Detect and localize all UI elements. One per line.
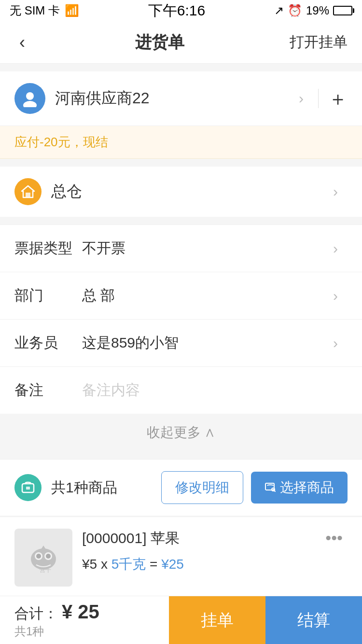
open-hang-button[interactable]: 打开挂单 xyxy=(290,32,348,52)
notice-bar: 应付-20元，现结 xyxy=(0,126,362,159)
svg-point-12 xyxy=(36,554,41,559)
svg-rect-3 xyxy=(26,193,30,197)
invoice-chevron-icon: › xyxy=(333,240,338,257)
section-gap-3 xyxy=(0,217,362,224)
warehouse-section: 总仓 › xyxy=(0,167,362,217)
status-right: ↗ ⏰ 19% xyxy=(274,4,352,17)
product-header: 共1种商品 修改明细 选择商品 xyxy=(0,459,362,516)
product-icon xyxy=(14,474,42,501)
supplier-chevron-icon: › xyxy=(299,90,304,107)
svg-text:营十: 营十 xyxy=(40,567,51,574)
bottom-bar: 合计： ¥ 25 共1种 挂单 结算 xyxy=(0,596,362,644)
product-more-button[interactable]: ••• xyxy=(320,529,348,547)
invoice-label: 票据类型 xyxy=(14,238,82,258)
total-label: 合计： xyxy=(14,604,58,624)
section-gap-4 xyxy=(0,451,362,459)
person-icon xyxy=(21,90,39,107)
staff-value: 这是859的小智 xyxy=(82,333,333,353)
dept-row[interactable]: 部门 总 部 › xyxy=(0,272,362,319)
product-placeholder-icon: 营十 xyxy=(27,541,60,574)
select-product-label: 选择商品 xyxy=(280,478,334,497)
edit-detail-button[interactable]: 修改明细 xyxy=(161,471,243,504)
checkout-button[interactable]: 结算 xyxy=(265,596,362,644)
collapse-button[interactable]: 收起更多 ∧ xyxy=(0,414,362,451)
supplier-avatar xyxy=(14,83,45,114)
remark-input[interactable]: 备注内容 xyxy=(82,380,348,400)
nav-bar: ‹ 进货单 打开挂单 xyxy=(0,21,362,64)
collapse-label: 收起更多 ∧ xyxy=(147,423,216,442)
remark-row[interactable]: 备注 备注内容 xyxy=(0,366,362,414)
cart-icon xyxy=(20,480,36,495)
price-total: ¥25 xyxy=(161,557,184,572)
supplier-section: 河南供应商22 › ＋ 应付-20元，现结 xyxy=(0,71,362,159)
warehouse-row[interactable]: 总仓 › xyxy=(0,167,362,217)
staff-row[interactable]: 业务员 这是859的小智 › xyxy=(0,319,362,366)
warehouse-name: 总仓 xyxy=(51,181,333,202)
select-product-icon xyxy=(265,482,276,493)
location-icon: ↗ xyxy=(274,4,284,17)
status-time: 下午6:16 xyxy=(148,1,205,21)
svg-rect-6 xyxy=(265,483,274,490)
price-qty: 5千克 xyxy=(111,557,146,572)
select-product-button[interactable]: 选择商品 xyxy=(251,472,348,504)
status-left: 无 SIM 卡 📶 xyxy=(10,3,79,18)
back-button[interactable]: ‹ xyxy=(14,28,30,57)
battery-text: 19% xyxy=(306,4,329,17)
product-title: 苹果 xyxy=(151,530,180,546)
product-name: [0000001] 苹果 xyxy=(82,529,320,548)
carrier-text: 无 SIM 卡 xyxy=(10,3,60,18)
supplier-row: 河南供应商22 › ＋ xyxy=(0,71,362,126)
section-gap-2 xyxy=(0,159,362,167)
alarm-icon: ⏰ xyxy=(288,4,302,17)
product-price: ¥5 x 5千克 = ¥25 xyxy=(82,555,320,574)
product-item: 营十 [0000001] 苹果 ¥5 x 5千克 = ¥25 ••• xyxy=(0,517,362,598)
add-supplier-button[interactable]: ＋ xyxy=(328,85,348,112)
svg-rect-5 xyxy=(26,487,30,490)
product-thumbnail: 营十 xyxy=(14,529,72,587)
svg-marker-14 xyxy=(41,546,46,549)
warehouse-chevron-icon: › xyxy=(333,183,338,200)
dept-label: 部门 xyxy=(14,286,82,306)
product-count: 共1种商品 xyxy=(51,478,161,498)
form-section: 票据类型 不开票 › 部门 总 部 › 业务员 这是859的小智 › 备注 备注… xyxy=(0,224,362,414)
price-base: ¥5 x xyxy=(82,557,111,572)
dept-value: 总 部 xyxy=(82,286,333,306)
staff-chevron-icon: › xyxy=(333,335,338,351)
supplier-name: 河南供应商22 xyxy=(55,88,299,109)
product-info: [0000001] 苹果 ¥5 x 5千克 = ¥25 xyxy=(82,529,320,574)
divider xyxy=(318,89,319,108)
hang-button[interactable]: 挂单 xyxy=(169,596,265,644)
svg-point-13 xyxy=(46,554,51,559)
status-bar: 无 SIM 卡 📶 下午6:16 ↗ ⏰ 19% xyxy=(0,0,362,21)
home-icon xyxy=(21,184,35,199)
supplier-select[interactable]: 河南供应商22 › xyxy=(14,83,313,114)
staff-label: 业务员 xyxy=(14,333,82,353)
notice-text: 应付-20元，现结 xyxy=(14,135,108,149)
battery-icon xyxy=(333,6,352,15)
page-title: 进货单 xyxy=(135,31,184,54)
total-main: 合计： ¥ 25 xyxy=(14,601,154,624)
invoice-value: 不开票 xyxy=(82,238,333,258)
svg-point-1 xyxy=(23,101,37,107)
product-code: [0000001] xyxy=(82,530,151,546)
total-sub: 共1种 xyxy=(14,624,154,639)
svg-point-0 xyxy=(26,92,34,100)
invoice-row[interactable]: 票据类型 不开票 › xyxy=(0,224,362,272)
wifi-icon: 📶 xyxy=(65,4,79,17)
warehouse-icon xyxy=(14,178,42,205)
dept-chevron-icon: › xyxy=(333,288,338,304)
price-equals: = xyxy=(150,557,161,572)
remark-label: 备注 xyxy=(14,380,82,400)
section-gap-1 xyxy=(0,64,362,71)
total-section: 合计： ¥ 25 共1种 xyxy=(0,601,169,639)
total-amount: ¥ 25 xyxy=(62,601,99,623)
